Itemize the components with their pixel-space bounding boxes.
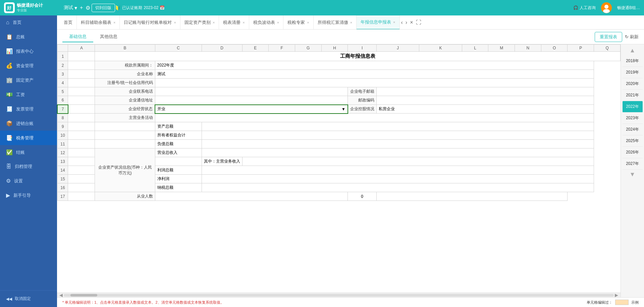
tab-prev-btn[interactable]: ‹	[400, 19, 404, 26]
cell-17-k[interactable]	[376, 192, 568, 201]
tab-taxfluct[interactable]: 税负波动表 ×	[249, 15, 283, 30]
cell-17-j[interactable]: 0	[348, 192, 377, 201]
cell-4-c[interactable]	[155, 79, 594, 87]
sidebar-item-funds[interactable]: 💰 资金管理	[0, 58, 57, 73]
col-header-l[interactable]: L	[462, 45, 488, 52]
year-2023[interactable]: 2023年	[623, 113, 643, 124]
tab-expand-btn[interactable]: ⛶	[415, 19, 423, 26]
cell-5-k[interactable]	[376, 87, 594, 96]
cell-6-c[interactable]	[155, 96, 348, 105]
spreadsheet[interactable]: A B C D E F G H I J	[57, 44, 621, 293]
tab-close-all-btn[interactable]: ×	[409, 19, 414, 26]
col-header-i[interactable]: I	[348, 45, 377, 52]
tab-annual[interactable]: 年报信息申报表 ×	[357, 15, 399, 30]
col-header-m[interactable]: M	[488, 45, 515, 52]
year-2027[interactable]: 2027年	[623, 158, 643, 170]
scroll-right-btn[interactable]: ▶	[614, 293, 619, 297]
cell-6-k[interactable]	[376, 96, 594, 105]
year-2020[interactable]: 2020年	[623, 78, 643, 90]
cell-13-e[interactable]	[242, 157, 594, 166]
cell-16-d[interactable]	[202, 183, 594, 192]
col-header-a[interactable]: A	[68, 45, 95, 52]
col-header-f[interactable]: F	[269, 45, 295, 52]
cell-8-c[interactable]	[155, 114, 594, 122]
dropdown-icon[interactable]: ▾	[73, 3, 78, 12]
sidebar-item-invoice[interactable]: 🧾 发票管理	[0, 102, 57, 116]
cell-10-d[interactable]	[202, 131, 594, 140]
cell-7-c-dropdown[interactable]: 开业 ▼	[155, 105, 348, 114]
col-header-c[interactable]: C	[155, 45, 202, 52]
scroll-track[interactable]	[64, 294, 614, 297]
tab-close-income[interactable]: ×	[350, 20, 352, 25]
reset-btn[interactable]: 重置报表	[595, 32, 622, 42]
sidebar-item-stock[interactable]: 📦 进销台账	[0, 116, 57, 131]
col-header-q[interactable]: Q	[594, 45, 621, 52]
tab-close-journal[interactable]: ×	[174, 20, 176, 25]
cell-14-d[interactable]	[202, 166, 594, 175]
cell-17-c[interactable]	[155, 192, 348, 201]
sub-tab-basic[interactable]: 基础信息	[62, 32, 93, 42]
col-header-k[interactable]: K	[419, 45, 462, 52]
sidebar-item-archive[interactable]: 🗄 归档管理	[0, 160, 57, 174]
cell-12-d[interactable]	[202, 148, 594, 157]
scroll-left-btn[interactable]: ◀	[58, 293, 64, 297]
tab-close-fixedasset[interactable]: ×	[213, 20, 215, 25]
year-2024[interactable]: 2024年	[623, 124, 643, 135]
cell-7-k[interactable]: 私营企业	[376, 105, 594, 114]
cell-11-d[interactable]	[202, 140, 594, 148]
col-header-o[interactable]: O	[541, 45, 568, 52]
tab-next-btn[interactable]: ›	[404, 19, 409, 26]
sidebar-item-tax[interactable]: 📑 税务管理	[0, 131, 57, 145]
col-header-j[interactable]: J	[376, 45, 419, 52]
tab-income[interactable]: 所得税汇算清缴 ×	[314, 15, 357, 30]
cell-2-c[interactable]: 2022年度	[155, 61, 594, 70]
cell-9-d[interactable]	[202, 122, 594, 131]
calendar-icon[interactable]: 📅	[160, 5, 165, 10]
sidebar-item-ledger[interactable]: 📋 总账	[0, 30, 57, 44]
tab-fixedasset[interactable]: 固定资产类别 ×	[180, 15, 219, 30]
tab-taxcheck[interactable]: 税检专家 ×	[283, 15, 313, 30]
cell-3-c[interactable]: 测试	[155, 70, 594, 79]
year-2022[interactable]: 2022年	[623, 101, 643, 113]
tab-close-annual[interactable]: ×	[393, 20, 395, 24]
sidebar-item-salary[interactable]: 💵 工资	[0, 87, 57, 102]
sub-tab-other[interactable]: 其他信息	[93, 32, 124, 42]
tab-taxlist[interactable]: 税表清册 ×	[219, 15, 249, 30]
year-2025[interactable]: 2025年	[623, 135, 643, 147]
year-2019[interactable]: 2019年	[623, 67, 643, 78]
refresh-btn[interactable]: ↻ 刷新	[625, 34, 639, 40]
year-scroll-down[interactable]: ▼	[628, 170, 637, 179]
sidebar-item-reports[interactable]: 📊 报表中心	[0, 44, 57, 58]
unpin-btn[interactable]: ◀◀ 取消固定	[0, 293, 57, 304]
tab-home[interactable]: 首页	[60, 15, 77, 30]
scroll-thumb[interactable]	[70, 294, 97, 297]
year-2026[interactable]: 2026年	[623, 147, 643, 158]
year-2021[interactable]: 2021年	[623, 90, 643, 101]
col-header-b[interactable]: B	[95, 45, 155, 52]
col-header-h[interactable]: H	[321, 45, 348, 52]
sidebar-item-close[interactable]: ✅ 结账	[0, 145, 57, 160]
support-btn[interactable]: 🎧 人工咨询	[573, 5, 596, 11]
col-header-d[interactable]: D	[202, 45, 242, 52]
year-scroll-up[interactable]: ▲	[628, 46, 637, 55]
col-header-n[interactable]: N	[515, 45, 541, 52]
sidebar-item-settings[interactable]: ⚙ 设置	[0, 174, 57, 188]
tab-close-taxcheck[interactable]: ×	[307, 20, 309, 25]
switch-btn[interactable]: 切到旧版	[92, 4, 115, 12]
horizontal-scrollbar[interactable]: ◀ ▶	[57, 293, 621, 297]
col-header-e[interactable]: E	[242, 45, 269, 52]
add-icon[interactable]: +	[78, 3, 84, 12]
cell-5-c[interactable]	[155, 87, 348, 96]
dropdown-arrow[interactable]: ▼	[341, 107, 345, 112]
col-header-g[interactable]: G	[295, 45, 321, 52]
cell-15-d[interactable]	[202, 175, 594, 183]
tab-journal[interactable]: 日记账与银行对账单核对 ×	[120, 15, 180, 30]
col-header-p[interactable]: P	[568, 45, 594, 52]
tab-close-subject[interactable]: ×	[113, 20, 115, 25]
tab-close-taxfluct[interactable]: ×	[277, 20, 279, 25]
sidebar-item-home[interactable]: ⌂ 首页	[0, 15, 57, 30]
settings-icon[interactable]: ⚙	[84, 3, 92, 12]
sidebar-item-assets[interactable]: 🏢 固定资产	[0, 73, 57, 87]
sidebar-item-guide[interactable]: ▶ 新手引导	[0, 188, 57, 203]
tab-close-taxlist[interactable]: ×	[243, 20, 245, 25]
